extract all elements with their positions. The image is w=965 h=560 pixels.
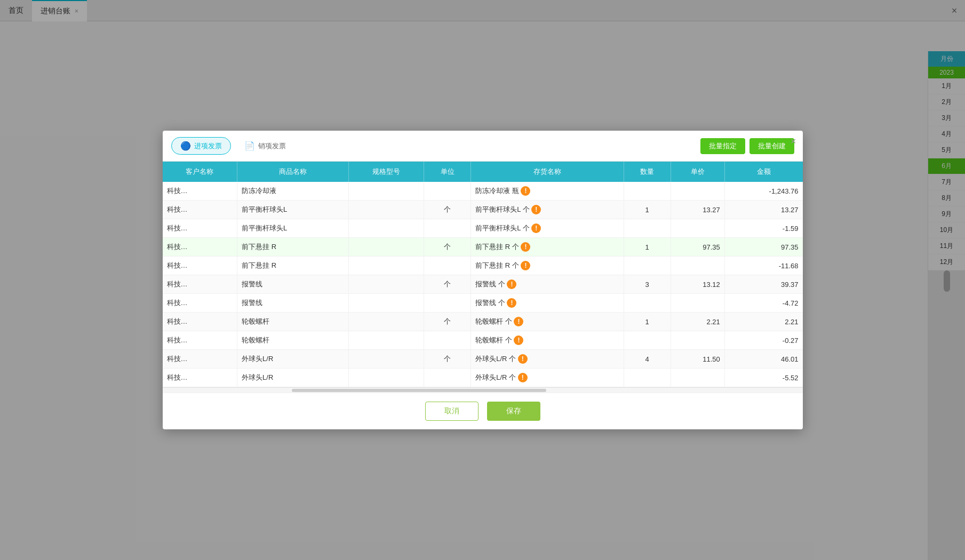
td-product: 轮毂螺杆: [237, 331, 349, 350]
td-customer: 科技…: [163, 257, 237, 275]
td-amount: -0.27: [724, 331, 802, 350]
td-amount: 2.21: [724, 313, 802, 331]
table-row: 科技… 前下悬挂 R 个 前下悬挂 R 个 ! 1 97.35 97.35: [163, 238, 803, 257]
th-unit: 单位: [424, 162, 471, 182]
td-inventory: 报警线 个 !: [471, 275, 624, 294]
td-customer: 科技…: [163, 275, 237, 294]
scrollbar-thumb[interactable]: [292, 389, 546, 392]
modal-tab-inbound[interactable]: 🔵 进项发票: [171, 137, 231, 155]
td-amount: -1,243.76: [724, 182, 802, 201]
td-product: 前下悬挂 R: [237, 238, 349, 257]
td-unit: [424, 182, 471, 201]
td-quantity: [624, 182, 671, 201]
warn-icon: !: [507, 279, 516, 289]
table-row: 科技… 前平衡杆球头L 个 前平衡杆球头L 个 ! 1 13.27 13.27: [163, 201, 803, 219]
modal-header-actions: 批量指定 批量创建: [700, 138, 794, 154]
td-inventory: 轮毂螺杆 个 !: [471, 313, 624, 331]
warn-icon: !: [531, 223, 541, 233]
modal-table: 客户名称 商品名称 规格型号 单位 存货名称 数量 单价 金额 科技… 防冻冷却…: [163, 162, 803, 387]
table-row: 科技… 轮毂螺杆 轮毂螺杆 个 ! -0.27: [163, 331, 803, 350]
table-row: 科技… 防冻冷却液 防冻冷却液 瓶 ! -1,243.76: [163, 182, 803, 201]
td-product: 前下悬挂 R: [237, 257, 349, 275]
modal-horizontal-scrollbar[interactable]: [163, 387, 803, 393]
warn-icon: !: [521, 242, 530, 252]
btn-save[interactable]: 保存: [487, 402, 540, 421]
td-spec: [349, 331, 424, 350]
td-price: 13.12: [671, 275, 724, 294]
td-price: 2.21: [671, 313, 724, 331]
modal-tab-outbound-label: 销项发票: [258, 141, 286, 151]
table-row: 科技… 前平衡杆球头L 前平衡杆球头L 个 ! -1.59: [163, 219, 803, 238]
td-product: 前平衡杆球头L: [237, 219, 349, 238]
td-amount: 97.35: [724, 238, 802, 257]
td-inventory: 前平衡杆球头L 个 !: [471, 201, 624, 219]
td-quantity: [624, 369, 671, 387]
table-row: 科技… 报警线 个 报警线 个 ! 3 13.12 39.37: [163, 275, 803, 294]
warn-icon: !: [521, 261, 530, 270]
table-row: 科技… 外球头L/R 外球头L/R 个 ! -5.52: [163, 369, 803, 387]
td-spec: [349, 257, 424, 275]
th-amount: 金额: [724, 162, 802, 182]
td-product: 外球头L/R: [237, 369, 349, 387]
td-unit: 个: [424, 238, 471, 257]
btn-batch-assign[interactable]: 批量指定: [700, 138, 745, 154]
th-quantity: 数量: [624, 162, 671, 182]
warn-icon: !: [514, 317, 523, 326]
warn-icon: !: [521, 186, 530, 196]
td-spec: [349, 219, 424, 238]
th-spec: 规格型号: [349, 162, 424, 182]
warn-icon: !: [514, 335, 523, 345]
td-unit: 个: [424, 350, 471, 369]
td-inventory: 轮毂螺杆 个 !: [471, 331, 624, 350]
td-product: 报警线: [237, 275, 349, 294]
td-customer: 科技…: [163, 369, 237, 387]
modal-backdrop: 🔵 进项发票 📄 销项发票 批量指定 批量创建 × 客户名称 商品名称 规格: [0, 0, 965, 560]
td-price: 11.50: [671, 350, 724, 369]
btn-cancel[interactable]: 取消: [425, 402, 478, 421]
td-price: [671, 294, 724, 313]
td-price: [671, 257, 724, 275]
td-spec: [349, 182, 424, 201]
td-spec: [349, 350, 424, 369]
warn-icon: !: [518, 354, 528, 364]
modal-dialog: 🔵 进项发票 📄 销项发票 批量指定 批量创建 × 客户名称 商品名称 规格: [163, 131, 803, 429]
td-inventory: 外球头L/R 个 !: [471, 350, 624, 369]
td-quantity: [624, 219, 671, 238]
td-spec: [349, 275, 424, 294]
td-inventory: 前平衡杆球头L 个 !: [471, 219, 624, 238]
td-spec: [349, 294, 424, 313]
td-quantity: [624, 257, 671, 275]
td-spec: [349, 369, 424, 387]
td-inventory: 前下悬挂 R 个 !: [471, 257, 624, 275]
td-spec: [349, 201, 424, 219]
btn-batch-create[interactable]: 批量创建: [749, 138, 794, 154]
table-row: 科技… 前下悬挂 R 前下悬挂 R 个 ! -11.68: [163, 257, 803, 275]
th-product: 商品名称: [237, 162, 349, 182]
td-product: 轮毂螺杆: [237, 313, 349, 331]
td-customer: 科技…: [163, 294, 237, 313]
warn-icon: !: [507, 298, 516, 308]
td-unit: [424, 257, 471, 275]
table-header-row: 客户名称 商品名称 规格型号 单位 存货名称 数量 单价 金额: [163, 162, 803, 182]
outbound-icon: 📄: [244, 141, 255, 151]
td-quantity: [624, 331, 671, 350]
td-product: 前平衡杆球头L: [237, 201, 349, 219]
td-inventory: 外球头L/R 个 !: [471, 369, 624, 387]
td-price: 97.35: [671, 238, 724, 257]
modal-close-button[interactable]: ×: [791, 136, 796, 147]
td-price: 13.27: [671, 201, 724, 219]
warn-icon: !: [518, 373, 528, 382]
modal-table-wrap[interactable]: 客户名称 商品名称 规格型号 单位 存货名称 数量 单价 金额 科技… 防冻冷却…: [163, 162, 803, 387]
td-quantity: 3: [624, 275, 671, 294]
td-product: 外球头L/R: [237, 350, 349, 369]
td-spec: [349, 313, 424, 331]
td-spec: [349, 238, 424, 257]
modal-tab-inbound-label: 进项发票: [194, 141, 222, 151]
td-inventory: 报警线 个 !: [471, 294, 624, 313]
td-amount: 13.27: [724, 201, 802, 219]
warn-icon: !: [531, 205, 541, 214]
modal-header: 🔵 进项发票 📄 销项发票 批量指定 批量创建 ×: [163, 131, 803, 162]
td-quantity: 1: [624, 201, 671, 219]
td-unit: [424, 369, 471, 387]
modal-tab-outbound[interactable]: 📄 销项发票: [235, 137, 295, 155]
